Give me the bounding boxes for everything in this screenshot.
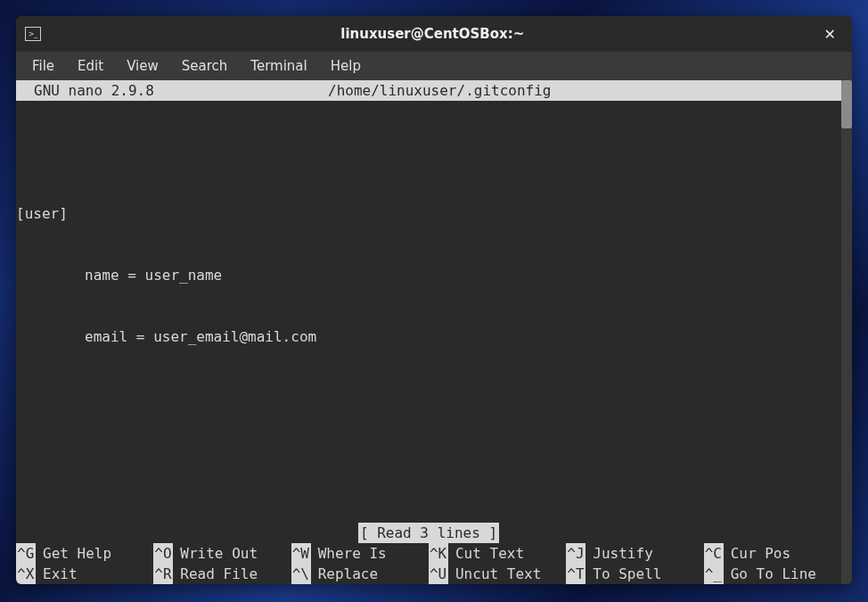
shortcut-get-help: ^GGet Help bbox=[16, 543, 153, 564]
terminal-area[interactable]: GNU nano 2.9.8 /home/linuxuser/.gitconfi… bbox=[16, 80, 852, 584]
close-icon[interactable]: ✕ bbox=[817, 22, 843, 46]
nano-status-text: [ Read 3 lines ] bbox=[358, 523, 499, 543]
shortcut-exit: ^XExit bbox=[16, 564, 153, 584]
content-line-3: email = user_email@mail.com bbox=[16, 326, 841, 347]
desktop-background: >_ linuxuser@CentOSBox:~ ✕ File Edit Vie… bbox=[0, 0, 868, 602]
nano-version: GNU nano 2.9.8 bbox=[34, 80, 328, 101]
terminal-icon: >_ bbox=[25, 27, 41, 41]
shortcut-replace: ^\Replace bbox=[291, 564, 429, 584]
menu-file[interactable]: File bbox=[21, 54, 65, 78]
nano-status-line: [ Read 3 lines ] bbox=[16, 523, 841, 543]
window-title: linuxuser@CentOSBox:~ bbox=[48, 26, 817, 42]
menu-view[interactable]: View bbox=[116, 54, 169, 78]
shortcut-read-file: ^RRead File bbox=[153, 564, 291, 584]
shortcut-uncut-text: ^UUncut Text bbox=[429, 564, 566, 584]
nano-editor[interactable]: GNU nano 2.9.8 /home/linuxuser/.gitconfi… bbox=[16, 80, 841, 584]
terminal-window: >_ linuxuser@CentOSBox:~ ✕ File Edit Vie… bbox=[16, 16, 852, 584]
content-line-1: [user] bbox=[16, 203, 841, 224]
menu-terminal[interactable]: Terminal bbox=[240, 54, 317, 78]
menu-edit[interactable]: Edit bbox=[67, 54, 114, 78]
shortcut-where-is: ^WWhere Is bbox=[291, 543, 429, 564]
window-titlebar[interactable]: >_ linuxuser@CentOSBox:~ ✕ bbox=[16, 16, 852, 52]
shortcut-to-spell: ^TTo Spell bbox=[566, 564, 703, 584]
shortcut-cur-pos: ^CCur Pos bbox=[704, 543, 841, 564]
menu-help[interactable]: Help bbox=[320, 54, 372, 78]
shortcut-cut-text: ^KCut Text bbox=[429, 543, 566, 564]
editor-content[interactable]: [user] name = user_name email = user_ema… bbox=[16, 101, 841, 388]
shortcut-write-out: ^OWrite Out bbox=[153, 543, 291, 564]
menu-bar: File Edit View Search Terminal Help bbox=[16, 52, 852, 80]
terminal-scrollbar[interactable] bbox=[841, 80, 852, 584]
nano-filepath: /home/linuxuser/.gitconfig bbox=[328, 80, 551, 101]
nano-shortcut-bar: ^GGet Help ^OWrite Out ^WWhere Is ^KCut … bbox=[16, 543, 841, 584]
shortcut-justify: ^JJustify bbox=[566, 543, 703, 564]
scrollbar-thumb[interactable] bbox=[841, 80, 852, 128]
shortcut-go-to-line: ^_Go To Line bbox=[704, 564, 841, 584]
content-line-2: name = user_name bbox=[16, 265, 841, 285]
nano-titlebar: GNU nano 2.9.8 /home/linuxuser/.gitconfi… bbox=[16, 80, 841, 101]
menu-search[interactable]: Search bbox=[171, 54, 239, 78]
